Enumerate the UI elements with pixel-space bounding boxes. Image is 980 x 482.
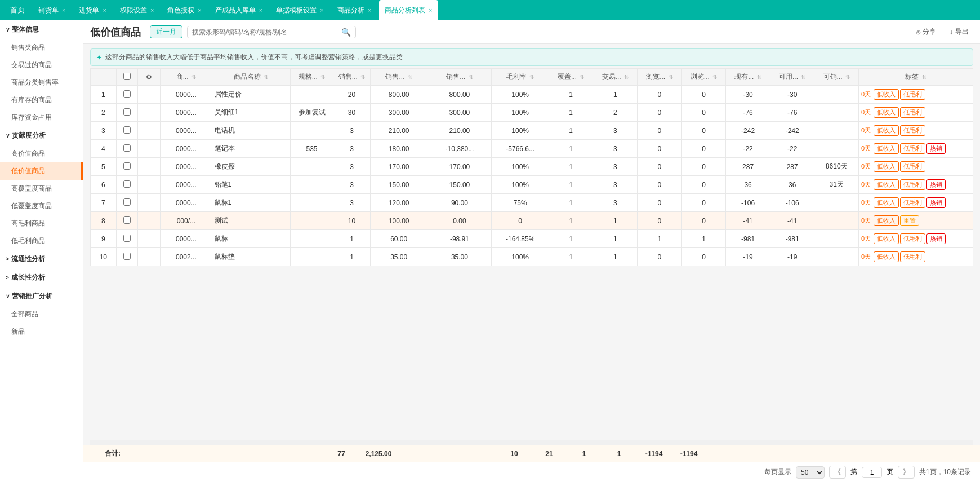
horizontal-scrollbar[interactable] bbox=[90, 440, 973, 445]
nav-goods-analysis[interactable]: 商品分析 × bbox=[332, 0, 377, 20]
cell-amt: 170.00 bbox=[370, 158, 427, 176]
cell-view1-link[interactable]: 0 bbox=[658, 181, 662, 189]
cell-view1-link[interactable]: 0 bbox=[658, 163, 662, 171]
col-spec-header[interactable]: 规格... ⇅ bbox=[290, 69, 333, 86]
row-checkbox[interactable] bbox=[123, 253, 131, 260]
col-stock-header[interactable]: 现有... ⇅ bbox=[726, 69, 770, 86]
close-icon[interactable]: × bbox=[198, 7, 201, 14]
nav-template[interactable]: 单据模板设置 × bbox=[270, 0, 329, 20]
nav-product-stock[interactable]: 产成品入库单 × bbox=[210, 0, 268, 20]
col-name-header[interactable]: 商品名称 ⇅ bbox=[212, 69, 290, 86]
nav-permission[interactable]: 权限设置 × bbox=[114, 0, 159, 20]
col-tags-header[interactable]: 标签 ⇅ bbox=[859, 69, 973, 86]
row-checkbox[interactable] bbox=[123, 144, 131, 152]
col-coverage-header[interactable]: 覆盖... ⇅ bbox=[549, 69, 593, 86]
sidebar-item-high-coverage[interactable]: 高覆盖度商品 bbox=[0, 180, 83, 197]
row-checkbox[interactable] bbox=[123, 198, 131, 206]
sidebar-item-category-rate[interactable]: 商品分类销售率 bbox=[0, 74, 83, 91]
cell-check[interactable] bbox=[116, 176, 137, 194]
col-amt-header[interactable]: 销售... ⇅ bbox=[370, 69, 427, 86]
col-sell-header[interactable]: 可销... ⇅ bbox=[814, 69, 859, 86]
row-checkbox[interactable] bbox=[123, 235, 131, 242]
select-all-checkbox[interactable] bbox=[123, 73, 131, 80]
cell-check[interactable] bbox=[116, 248, 137, 266]
nav-purchase-order[interactable]: 进货单 × bbox=[73, 0, 112, 20]
row-checkbox[interactable] bbox=[123, 108, 131, 116]
sidebar-group-contribution[interactable]: ∨ 贡献度分析 bbox=[0, 126, 83, 145]
share-button[interactable]: ⎋ 分享 bbox=[912, 25, 941, 39]
cell-check[interactable] bbox=[116, 158, 137, 176]
cell-check[interactable] bbox=[116, 194, 137, 212]
close-icon[interactable]: × bbox=[103, 7, 106, 14]
cell-name: 鼠标垫 bbox=[212, 248, 290, 266]
sidebar-item-new-goods[interactable]: 新品 bbox=[0, 323, 83, 341]
cell-view1-link[interactable]: 0 bbox=[658, 199, 662, 207]
col-view1-header[interactable]: 浏览... ⇅ bbox=[638, 69, 682, 86]
sidebar-item-all-goods[interactable]: 全部商品 bbox=[0, 306, 83, 323]
cell-view1-link[interactable]: 0 bbox=[658, 127, 662, 135]
cell-check[interactable] bbox=[116, 212, 137, 230]
close-icon[interactable]: × bbox=[429, 7, 432, 14]
sidebar-item-low-value[interactable]: 低价值商品 bbox=[0, 162, 83, 180]
sidebar-item-sales-goods[interactable]: 销售类商品 bbox=[0, 39, 83, 56]
tag-badge: 低毛利 bbox=[900, 179, 925, 190]
col-trade-header[interactable]: 交易... ⇅ bbox=[593, 69, 638, 86]
cell-check[interactable] bbox=[116, 140, 137, 158]
filter-recent-month-button[interactable]: 近一月 bbox=[150, 25, 182, 38]
row-checkbox[interactable] bbox=[123, 90, 131, 98]
close-icon[interactable]: × bbox=[320, 7, 323, 14]
nav-home[interactable]: 首页 bbox=[5, 0, 30, 20]
nav-goods-analysis-list[interactable]: 商品分析列表 × bbox=[379, 0, 438, 20]
sidebar-group-overall[interactable]: ∨ 整体信息 bbox=[0, 20, 83, 39]
page-size-select[interactable]: 50 100 200 bbox=[796, 466, 825, 479]
cell-view1-link[interactable]: 0 bbox=[658, 253, 662, 261]
col-check[interactable] bbox=[116, 69, 137, 86]
close-icon[interactable]: × bbox=[62, 7, 65, 14]
next-page-button[interactable]: 》 bbox=[898, 466, 915, 479]
sidebar-item-high-value[interactable]: 高价值商品 bbox=[0, 145, 83, 162]
col-avail-header[interactable]: 可用... ⇅ bbox=[770, 69, 814, 86]
col-code-header[interactable]: 商... ⇅ bbox=[161, 69, 212, 86]
close-icon[interactable]: × bbox=[368, 7, 371, 14]
cell-view1-link[interactable]: 1 bbox=[658, 235, 662, 243]
cell-view1-link[interactable]: 0 bbox=[658, 145, 662, 153]
page-number-input[interactable] bbox=[862, 467, 882, 478]
row-checkbox[interactable] bbox=[123, 216, 131, 224]
cell-spec bbox=[290, 248, 333, 266]
sidebar-item-high-margin[interactable]: 高毛利商品 bbox=[0, 215, 83, 232]
nav-sales-order[interactable]: 销货单 × bbox=[33, 0, 71, 20]
close-icon[interactable]: × bbox=[150, 7, 154, 14]
cell-view1-link[interactable]: 0 bbox=[658, 109, 662, 117]
cell-view1-link[interactable]: 0 bbox=[658, 91, 662, 99]
row-checkbox[interactable] bbox=[123, 180, 131, 188]
row-checkbox[interactable] bbox=[123, 126, 131, 134]
col-profit-header[interactable]: 销售... ⇅ bbox=[427, 69, 492, 86]
row-checkbox[interactable] bbox=[123, 162, 131, 170]
prev-page-button[interactable]: 《 bbox=[829, 466, 846, 479]
sidebar-item-stock-capital[interactable]: 库存资金占用 bbox=[0, 109, 83, 126]
sidebar-item-low-coverage[interactable]: 低覆盖度商品 bbox=[0, 197, 83, 215]
cell-check[interactable] bbox=[116, 122, 137, 140]
cell-profit: 150.00 bbox=[427, 176, 492, 194]
col-settings[interactable]: ⚙ bbox=[137, 69, 161, 86]
export-button[interactable]: ↓ 导出 bbox=[945, 25, 973, 39]
sidebar-item-low-margin[interactable]: 低毛利商品 bbox=[0, 232, 83, 250]
nav-role-auth[interactable]: 角色授权 × bbox=[162, 0, 207, 20]
cell-check[interactable] bbox=[116, 86, 137, 104]
table-container[interactable]: ⚙ 商... ⇅ 商品名称 ⇅ 规格... ⇅ 销售... ⇅ 销售... ⇅ … bbox=[90, 68, 973, 440]
tag-badge: 低毛利 bbox=[900, 197, 925, 208]
col-qty-header[interactable]: 销售... ⇅ bbox=[333, 69, 371, 86]
search-input[interactable] bbox=[192, 28, 341, 36]
cell-check[interactable] bbox=[116, 230, 137, 248]
close-icon[interactable]: × bbox=[259, 7, 262, 14]
sidebar-group-growth[interactable]: > 成长性分析 bbox=[0, 268, 83, 287]
cell-view1-link[interactable]: 0 bbox=[658, 217, 662, 225]
sidebar-group-circulation[interactable]: > 流通性分析 bbox=[0, 250, 83, 268]
search-icon[interactable]: 🔍 bbox=[341, 28, 351, 37]
sidebar-item-stocked-goods[interactable]: 有库存的商品 bbox=[0, 91, 83, 109]
sidebar-group-marketing[interactable]: ∨ 营销推广分析 bbox=[0, 287, 83, 306]
cell-check[interactable] bbox=[116, 104, 137, 122]
col-view2-header[interactable]: 浏览... ⇅ bbox=[681, 69, 726, 86]
col-gross-header[interactable]: 毛利率 ⇅ bbox=[492, 69, 549, 86]
sidebar-item-traded-goods[interactable]: 交易过的商品 bbox=[0, 56, 83, 74]
